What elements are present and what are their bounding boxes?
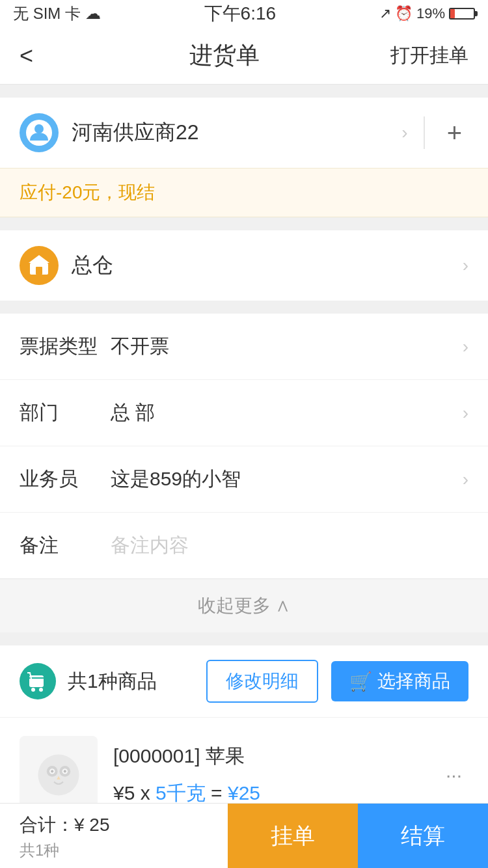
- dept-row[interactable]: 部门 总 部 ›: [0, 379, 488, 446]
- total-count: 共1种: [20, 840, 208, 861]
- svg-point-5: [31, 688, 35, 692]
- svg-point-13: [64, 770, 66, 772]
- sales-value: 这是859的小智: [111, 466, 463, 493]
- status-left: 无 SIM 卡 ☁: [13, 3, 101, 24]
- open-hang-button[interactable]: 打开挂单: [390, 42, 468, 69]
- status-right: ↗ ⏰ 19%: [379, 5, 475, 22]
- sim-label: 无 SIM 卡 ☁: [13, 3, 101, 24]
- page-title: 进货单: [189, 40, 260, 72]
- warehouse-name: 总仓: [72, 251, 463, 280]
- warehouse-card: 总仓 ›: [0, 230, 488, 301]
- svg-point-6: [39, 688, 43, 692]
- remark-input[interactable]: 备注内容: [111, 532, 468, 559]
- hang-button[interactable]: 挂单: [228, 804, 358, 869]
- invoice-row[interactable]: 票据类型 不开票 ›: [0, 314, 488, 379]
- price-unit: ¥5: [113, 782, 135, 804]
- chevron-right-icon: ›: [463, 255, 468, 276]
- sales-row[interactable]: 业务员 这是859的小智 ›: [0, 446, 488, 512]
- cart-icon: 🛒: [349, 671, 372, 692]
- invoice-label: 票据类型: [20, 333, 111, 360]
- gap-4: [0, 632, 488, 645]
- product-cart-icon: [20, 663, 56, 699]
- total-label: 合计：: [20, 815, 74, 835]
- supplier-card: 河南供应商22 › + 应付-20元，现结: [0, 98, 488, 217]
- divider: [424, 116, 425, 149]
- chevron-right-icon: ›: [401, 122, 407, 143]
- svg-rect-3: [36, 267, 42, 275]
- gap-3: [0, 301, 488, 314]
- dept-label: 部门: [20, 400, 111, 426]
- svg-marker-2: [29, 255, 49, 263]
- remark-label: 备注: [20, 532, 111, 559]
- owl-logo-icon: [36, 752, 81, 798]
- product-count: 共1种商品: [68, 668, 206, 695]
- battery-icon: [449, 8, 475, 20]
- more-options-button[interactable]: ···: [439, 764, 468, 786]
- supplier-avatar: [20, 113, 59, 152]
- total-value: ¥ 25: [74, 815, 110, 835]
- remark-row[interactable]: 备注 备注内容: [0, 512, 488, 578]
- dept-value: 总 部: [111, 400, 463, 426]
- product-info: [0000001] 苹果 ¥5 x 5千克 = ¥25: [113, 743, 439, 807]
- gap-2: [0, 217, 488, 230]
- svg-point-7: [38, 755, 79, 796]
- product-thumbnail: [20, 736, 98, 814]
- warehouse-row[interactable]: 总仓 ›: [0, 230, 488, 301]
- invoice-value: 不开票: [111, 333, 463, 360]
- chevron-right-icon: ›: [463, 403, 468, 424]
- svg-point-12: [51, 770, 53, 772]
- notice-bar: 应付-20元，现结: [0, 168, 488, 217]
- sales-label: 业务员: [20, 466, 111, 493]
- gap-1: [0, 85, 488, 98]
- form-card: 票据类型 不开票 › 部门 总 部 › 业务员 这是859的小智 › 备注 备注…: [0, 314, 488, 632]
- bottom-bar: 合计：¥ 25 共1种 挂单 结算: [0, 803, 488, 868]
- nav-bar: < 进货单 打开挂单: [0, 27, 488, 85]
- alarm-icon: ⏰: [395, 5, 413, 22]
- chevron-right-icon: ›: [463, 469, 468, 490]
- price-separator: x: [141, 782, 156, 804]
- supplier-row[interactable]: 河南供应商22 › +: [0, 98, 488, 168]
- product-header: 共1种商品 修改明细 🛒 选择商品: [0, 645, 488, 717]
- chevron-right-icon: ›: [463, 336, 468, 357]
- user-icon: [26, 120, 52, 146]
- product-qty: 5千克: [156, 782, 206, 804]
- location-icon: ↗: [379, 5, 391, 22]
- total-amount: 合计：¥ 25: [20, 811, 208, 837]
- status-time: 下午6:16: [204, 1, 277, 26]
- battery-percent: 19%: [416, 5, 445, 22]
- warehouse-icon: [20, 246, 59, 285]
- back-button[interactable]: <: [20, 42, 59, 70]
- modify-detail-button[interactable]: 修改明细: [206, 660, 318, 703]
- settle-button[interactable]: 结算: [358, 804, 488, 869]
- supplier-name: 河南供应商22: [72, 118, 401, 147]
- status-bar: 无 SIM 卡 ☁ 下午6:16 ↗ ⏰ 19%: [0, 0, 488, 27]
- select-product-button[interactable]: 🛒 选择商品: [331, 661, 468, 701]
- product-total: ¥25: [228, 782, 260, 804]
- total-section: 合计：¥ 25 共1种: [0, 811, 228, 861]
- add-button[interactable]: +: [441, 118, 468, 148]
- svg-point-0: [34, 124, 44, 133]
- product-name: [0000001] 苹果: [113, 743, 439, 770]
- equals-sign: =: [211, 782, 228, 804]
- collapse-button[interactable]: 收起更多 ∧: [0, 578, 488, 632]
